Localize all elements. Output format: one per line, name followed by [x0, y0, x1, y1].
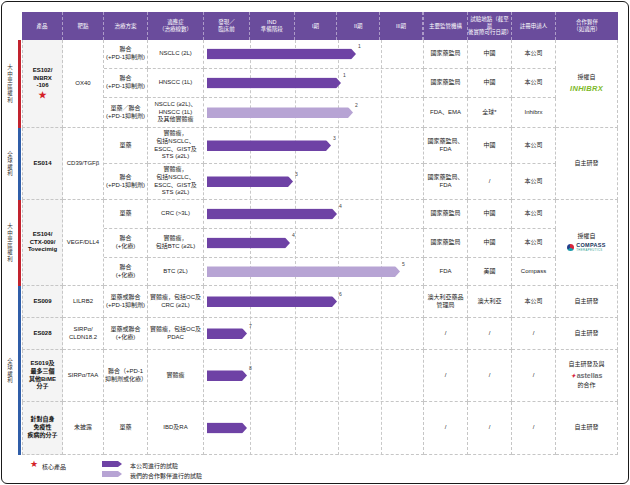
registration-applicant: Inhibrx	[512, 98, 556, 128]
treatment-scheme: 聯合 (+化療)	[104, 258, 148, 286]
phase-bar-cell	[204, 402, 424, 455]
regulator: 國家藥監局	[424, 200, 468, 229]
trial-footnote: 3	[295, 171, 298, 178]
phase-progress-bar	[207, 423, 247, 434]
pipeline-figure: 大中華區權利 全球權利 大中華區權利 全球權利 產品 靶點 治療方案 適應症 （…	[0, 0, 630, 485]
trial-location: 中國	[468, 200, 512, 229]
rights-segment-4: 全球權利	[2, 286, 22, 455]
registration-applicant: Compass	[512, 258, 556, 286]
col-header-indication: 適應症 （治療線數）	[148, 12, 204, 40]
treatment-scheme: 聯合 (+PD-1抑制劑)	[104, 40, 148, 69]
regulator: 澳大利亞藥品 管理局	[424, 286, 468, 318]
core-product-star-icon: ★	[38, 91, 46, 100]
product-name: ES014	[22, 128, 63, 200]
col-header-phases: 發現／ 臨床前 IND 準備階段 I期 II期 III期	[204, 12, 424, 40]
pipeline-table: 產品 靶點 治療方案 適應症 （治療線數） 發現／ 臨床前 IND 準備階段 I…	[22, 12, 618, 455]
phase-bar-cell: 5	[204, 258, 424, 286]
astellas-star-icon: ✦	[571, 373, 576, 379]
rights-segment-2: 全球權利	[2, 128, 22, 200]
trial-location: /	[468, 402, 512, 455]
regulator: /	[424, 318, 468, 350]
indication: BTC (2L)	[148, 258, 204, 286]
registration-applicant: 本公司	[512, 164, 556, 200]
trial-footnote: 7	[249, 323, 252, 330]
indication: 實體瘤，包括OC及 CRC (≥2L)	[148, 286, 204, 318]
trial-location: /	[468, 350, 512, 402]
company-trial-arrow-icon	[102, 461, 122, 467]
treatment-scheme: 單藥	[104, 128, 148, 164]
treatment-scheme: 單藥	[104, 200, 148, 229]
target-name: SIRPα/TAA	[63, 350, 104, 402]
core-product-label: 核心產品	[42, 462, 66, 471]
phase-bar-cell: 7	[204, 318, 424, 350]
target-name: 未披露	[63, 402, 104, 455]
registration-applicant: 本公司	[512, 200, 556, 229]
target-name: CD39/TGFβ	[63, 128, 104, 200]
phase-bar-cell: 8	[204, 350, 424, 402]
compass-circle-icon	[567, 244, 574, 251]
rights-red-bar	[18, 200, 22, 286]
registration-applicant: /	[512, 318, 556, 350]
col-header-product: 產品	[22, 12, 63, 40]
indication: 實體瘤， 包括NSCLC、 ESCC、GIST及 STS (≥2L)	[148, 164, 204, 200]
trial-location: 澳大利亞	[468, 286, 512, 318]
phase-bar-cell: 6	[204, 286, 424, 318]
rights-segment-1: 大中華區權利	[2, 40, 22, 128]
regulator: /	[424, 402, 468, 455]
regulator: 國家藥監局	[424, 229, 468, 258]
registration-applicant: /	[512, 350, 556, 402]
trial-footnote: 4	[292, 232, 295, 239]
astellas-logo: ✦astellas	[571, 371, 603, 380]
phase-progress-bar	[207, 296, 337, 307]
col-header-ind: IND 準備階段	[250, 12, 295, 40]
col-header-applicant: 註冊申請人	[512, 12, 556, 40]
indication: IBD及RA	[148, 402, 204, 455]
phase-bar-cell: 2	[204, 98, 424, 128]
regulator: 國家藥監局	[424, 69, 468, 98]
indication: NSCLC (≥2L)、 HNSCC (1L) 及其他實體瘤	[148, 98, 204, 128]
indication: 實體瘤	[148, 350, 204, 402]
regulator: FDA、EMA	[424, 98, 468, 128]
rights-label: 大中華區權利	[6, 224, 14, 263]
regulator: 國家藥監局、 FDA	[424, 164, 468, 200]
phase-progress-bar	[207, 370, 247, 381]
treatment-scheme: 聯合 (+PD-1抑制劑)	[104, 164, 148, 200]
legend: ★ 核心產品 本公司進行的試驗 我們的合作夥伴進行的試驗	[22, 458, 612, 482]
trial-footnote: 6	[339, 291, 342, 298]
phase-bar-cell: 3	[204, 128, 424, 164]
partner-cell: 自主研發	[556, 128, 618, 200]
target-name: VEGF/DLL4	[63, 200, 104, 286]
product-name: ES102/ INBRX -106★	[22, 40, 63, 128]
regulator: /	[424, 350, 468, 402]
rights-red-bar	[18, 40, 22, 128]
phase-progress-bar	[207, 238, 290, 249]
partner-cell: 授權自INHIBRX	[556, 40, 618, 128]
product-name: 針對自身 免疫性 疾病的分子	[22, 402, 63, 455]
core-product-star-icon: ★	[30, 460, 38, 469]
rights-blue-bar	[18, 128, 22, 200]
phase-progress-bar	[207, 266, 400, 277]
trial-footnote: 4	[339, 203, 342, 210]
target-name: OX40	[63, 40, 104, 128]
col-header-phase2: II期	[337, 12, 380, 40]
registration-applicant: 本公司	[512, 40, 556, 69]
treatment-scheme: 單藥／聯合 (+PD-1抑制劑)	[104, 98, 148, 128]
phase-progress-bar	[207, 209, 337, 220]
trial-location: 中國	[468, 229, 512, 258]
phase-progress-bar	[207, 107, 353, 118]
partner-cell: 自主研發及與✦astellas的合作	[556, 350, 618, 402]
col-header-location: 試驗地點（截至最 後實際可行日期）	[468, 12, 512, 40]
phase-progress-bar	[207, 49, 356, 60]
treatment-scheme: 聯合 (+PD-1抑制劑)	[104, 69, 148, 98]
trial-location: 美國	[468, 258, 512, 286]
product-name: ES019及 最多三個 其他BiME 分子	[22, 350, 63, 402]
target-name: LILRB2	[63, 286, 104, 318]
indication: NSCLC (2L)	[148, 40, 204, 69]
phase-bar-cell: 4	[204, 200, 424, 229]
regulator: 國家藥監局	[424, 40, 468, 69]
treatment-scheme: 聯合 (+化療)	[104, 229, 148, 258]
trial-footnote: 8	[249, 365, 252, 372]
partner-cell: 授權自COMPASSTHERAPEUTICS	[556, 200, 618, 286]
rights-label: 全球權利	[6, 358, 14, 384]
indication: CRC (>3L)	[148, 200, 204, 229]
